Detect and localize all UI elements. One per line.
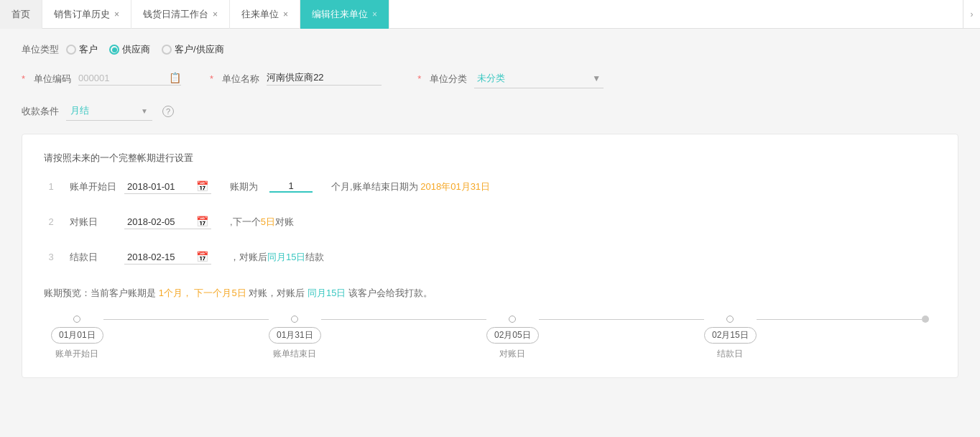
calendar-icon-3[interactable]: 📅 [196, 251, 208, 262]
timeline-bubble-4: 02月15日 [704, 327, 757, 344]
unit-category-select[interactable]: 未分类 ▼ [474, 69, 604, 88]
data-row-3: 3 结款日 📅 ，对账后同月15日结款 [44, 249, 936, 264]
row-date-2-wrapper: 📅 [124, 214, 211, 229]
timeline-label-1: 账单开始日 [55, 348, 98, 360]
required-category: * [417, 73, 421, 84]
timeline-label-3: 对账日 [499, 348, 525, 360]
help-icon[interactable]: ? [162, 106, 174, 117]
period-label: 账期为 [230, 180, 258, 193]
unit-type-radio-group: 客户 供应商 客户/供应商 [66, 43, 224, 56]
radio-circle-both [162, 45, 172, 55]
timeline-bubble-1: 01月01日 [51, 327, 103, 344]
tab-close-cash-work[interactable]: × [213, 9, 218, 19]
period-section-box: 请按照未来的一个完整帐期进行设置 1 账单开始日 📅 账期为 个月,账单结束日期… [22, 134, 958, 378]
timeline-segment-2 [321, 319, 486, 320]
row-date-1-wrapper: 📅 [124, 179, 211, 194]
radio-supplier[interactable]: 供应商 [109, 43, 150, 56]
row-date-2-input[interactable] [127, 216, 192, 227]
unit-type-label: 单位类型 [22, 43, 59, 56]
required-name: * [210, 73, 213, 84]
data-row-2: 2 对账日 📅 ,下一个5日对账 [44, 214, 936, 229]
tab-partner[interactable]: 往来单位 × [230, 0, 300, 29]
timeline-label-4: 结款日 [717, 348, 743, 360]
unit-info-row: * 单位编码 📋 * 单位名称 * 单位分类 未分类 ▼ [22, 69, 958, 88]
period-end-date: 2018年01月31日 [420, 181, 490, 192]
row-date-1-input[interactable] [127, 181, 192, 192]
period-unit: 个月,账单结束日期为 2018年01月31日 [331, 180, 490, 193]
unit-name-input[interactable] [267, 73, 382, 83]
timeline-bubble-3: 02月05日 [486, 327, 539, 344]
tab-close-edit-partner[interactable]: × [372, 9, 377, 19]
row-label-3: 结款日 [70, 251, 113, 264]
row-num-2: 2 [44, 216, 58, 227]
row-desc-3: ，对账后同月15日结款 [230, 251, 324, 264]
payment-condition-value: 月结 [70, 104, 137, 117]
radio-circle-customer [66, 45, 76, 55]
calendar-icon-1[interactable]: 📅 [196, 180, 208, 192]
row-num-1: 1 [44, 181, 58, 192]
timeline-dot-1 [73, 316, 80, 323]
timeline-segment-end [757, 319, 922, 320]
timeline-segment-3 [539, 319, 704, 320]
unit-name-wrapper [267, 73, 382, 86]
data-row-1: 1 账单开始日 📅 账期为 个月,账单结束日期为 2018年01月31日 [44, 179, 936, 194]
unit-code-wrapper: 📋 [78, 72, 181, 86]
tab-close-sales-history[interactable]: × [114, 9, 119, 19]
tab-more-arrow[interactable]: › [963, 0, 980, 29]
required-code: * [22, 73, 25, 84]
timeline: 01月01日 账单开始日 01月31日 账单结束日 02月05日 [44, 316, 936, 360]
chevron-down-icon: ▼ [592, 73, 601, 83]
timeline-node-4: 02月15日 结款日 [704, 316, 757, 360]
page-content: 单位类型 客户 供应商 客户/供应商 * 单位编码 📋 * 单位名称 [0, 29, 980, 437]
row-date-3-wrapper: 📅 [124, 249, 211, 264]
radio-circle-supplier [109, 45, 119, 55]
timeline-bubble-2: 01月31日 [269, 327, 321, 344]
chevron-down-icon: ▼ [141, 107, 148, 115]
unit-code-input[interactable] [78, 73, 165, 83]
unit-category-value: 未分类 [477, 72, 592, 85]
payment-condition-label: 收款条件 [22, 105, 59, 118]
preview-text: 账期预览：当前客户账期是 1个月， 下一个月5日 对账，对账后 同月15日 该客… [44, 285, 936, 301]
unit-code-label: 单位编码 [34, 73, 71, 86]
payment-condition-row: 收款条件 月结 ▼ ? [22, 101, 958, 121]
section-title: 请按照未来的一个完整帐期进行设置 [44, 152, 936, 165]
tab-close-partner[interactable]: × [283, 9, 288, 19]
unit-category-label: 单位分类 [430, 73, 467, 86]
radio-both[interactable]: 客户/供应商 [162, 43, 224, 56]
unit-type-row: 单位类型 客户 供应商 客户/供应商 [22, 43, 958, 56]
unit-name-label: 单位名称 [222, 73, 259, 86]
timeline-node-3: 02月05日 对账日 [486, 316, 539, 360]
timeline-node-2: 01月31日 账单结束日 [269, 316, 321, 360]
row-label-1: 账单开始日 [70, 180, 113, 193]
tab-edit-partner[interactable]: 编辑往来单位 × [300, 0, 389, 29]
payment-condition-select[interactable]: 月结 ▼ [66, 101, 152, 121]
tab-bar: 首页 销售订单历史 × 钱货日清工作台 × 往来单位 × 编辑往来单位 × › [0, 0, 980, 29]
row-num-3: 3 [44, 252, 58, 262]
radio-customer[interactable]: 客户 [66, 43, 98, 56]
unit-code-icon[interactable]: 📋 [169, 72, 181, 83]
timeline-segment-1 [103, 319, 269, 320]
timeline-node-1: 01月01日 账单开始日 [51, 316, 103, 360]
row-label-2: 对账日 [70, 216, 113, 229]
period-value-input[interactable] [269, 180, 313, 193]
row-date-3-input[interactable] [127, 252, 192, 262]
row-desc-2: ,下一个5日对账 [230, 216, 294, 229]
timeline-label-2: 账单结束日 [273, 348, 316, 360]
tab-sales-history[interactable]: 销售订单历史 × [42, 0, 131, 29]
tab-cash-work[interactable]: 钱货日清工作台 × [131, 0, 230, 29]
tab-home[interactable]: 首页 [0, 0, 42, 29]
calendar-icon-2[interactable]: 📅 [196, 216, 208, 227]
